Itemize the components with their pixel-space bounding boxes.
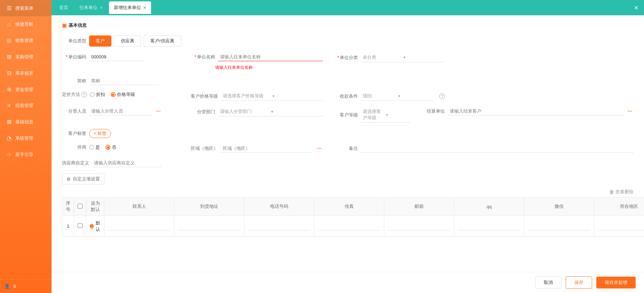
cell-qq bbox=[454, 216, 524, 237]
sidebar-item-inventory[interactable]: ⊟ 库存核算 bbox=[0, 65, 52, 81]
supplier-custom-input[interactable] bbox=[92, 159, 162, 167]
sidebar-item-quick-nav[interactable]: ⌂ 快捷导航 bbox=[0, 16, 52, 32]
region-label: 区域（地区） bbox=[191, 145, 218, 152]
window-close-button[interactable]: ✕ bbox=[631, 3, 641, 13]
tab-partners-close[interactable]: ✕ bbox=[100, 6, 103, 10]
custom-settings-icon: ⚙ bbox=[66, 177, 71, 182]
row-checkbox[interactable] bbox=[78, 223, 83, 228]
pricing-method-field: 定价方法 ? 折扣 价格等级 bbox=[62, 91, 180, 98]
payment-terms-label: 收款条件 bbox=[333, 93, 358, 99]
col-default: 设为默认 bbox=[86, 197, 104, 216]
customer-price-chevron: ▾ bbox=[273, 94, 321, 98]
cell-phone bbox=[244, 216, 314, 237]
region-input[interactable] bbox=[221, 144, 313, 153]
payment-terms-select[interactable]: 现结 ▾ bbox=[361, 91, 434, 101]
customer-price-level-select[interactable]: 请选择客户价格等级 ▾ bbox=[221, 91, 323, 101]
email-input[interactable] bbox=[388, 222, 450, 230]
wechat-input[interactable] bbox=[528, 222, 590, 230]
manager-more-btn[interactable]: ··· bbox=[155, 108, 162, 114]
short-name-label: 简称 bbox=[62, 78, 86, 84]
radio-no[interactable]: 否 bbox=[105, 144, 116, 150]
sidebar-item-operations[interactable]: ≡ 经营管理 bbox=[0, 98, 52, 114]
save-new-button[interactable]: 保存并新增 bbox=[596, 277, 636, 288]
batch-delete-label[interactable]: 批量删除 bbox=[615, 189, 634, 195]
type-btn-supplier[interactable]: 供应离 bbox=[114, 35, 141, 47]
settlement-more-btn[interactable]: ··· bbox=[626, 108, 634, 114]
inventory-icon: ⊟ bbox=[6, 70, 13, 76]
unit-category-select[interactable]: 未分类 ▾ bbox=[361, 53, 445, 62]
tab-new-partner-close[interactable]: ✕ bbox=[143, 6, 146, 10]
select-all-checkbox[interactable] bbox=[78, 204, 83, 209]
unit-name-label: *单位名称 bbox=[191, 54, 215, 60]
phone-input[interactable] bbox=[248, 222, 311, 230]
fax-input[interactable] bbox=[318, 222, 380, 230]
unit-type-button-group: 客户 供应离 客户/供应离 bbox=[89, 35, 181, 47]
tab-bar: 首页 往来单位 ✕ 新增往来单位 ✕ ✕ bbox=[52, 0, 644, 15]
cell-seq: 1 bbox=[62, 216, 74, 237]
unit-code-input[interactable] bbox=[89, 53, 145, 61]
add-tag-button[interactable]: + 标签 bbox=[89, 129, 111, 138]
settings-icon: ⚙ bbox=[13, 284, 17, 289]
tags-field: 客户标签 + 标签 bbox=[62, 129, 634, 138]
tab-new-partner[interactable]: 新增往来单位 ✕ bbox=[109, 1, 151, 14]
department-select[interactable]: 请输入分管部门 ▾ bbox=[218, 107, 323, 116]
settlement-field: 结算单位 ··· bbox=[421, 107, 634, 115]
region-more-btn[interactable]: ··· bbox=[316, 145, 323, 152]
unit-name-required: * bbox=[195, 54, 196, 59]
supplier-custom-row: 供应商自定义 bbox=[62, 159, 634, 167]
remark-label: 备注 bbox=[333, 145, 358, 152]
type-btn-both[interactable]: 客户/供应离 bbox=[144, 35, 181, 47]
remark-field: 备注 bbox=[333, 144, 634, 153]
default-radio-circle bbox=[90, 224, 94, 229]
default-radio[interactable]: 默认 bbox=[90, 220, 101, 233]
cell-default: 默认 bbox=[86, 216, 104, 237]
customer-level-select[interactable]: 请选择客户等级 ▾ bbox=[361, 107, 410, 123]
address-input[interactable] bbox=[178, 222, 241, 230]
sidebar-item-sales[interactable]: ◎ 销售管理 bbox=[0, 32, 52, 49]
quick-nav-icon: ⌂ bbox=[6, 21, 13, 27]
table-header: 序号 设为默认 联系人 到货地址 电话号码 传真 邮箱 qq 微信 所在地区 操… bbox=[62, 197, 644, 216]
trash-icon: 🗑 bbox=[609, 189, 614, 195]
unit-name-input[interactable] bbox=[218, 53, 323, 61]
col-fax: 传真 bbox=[314, 197, 384, 216]
row-region-input[interactable] bbox=[598, 222, 644, 230]
purchase-icon: ⊞ bbox=[6, 54, 13, 60]
payment-terms-help-icon[interactable]: ? bbox=[439, 93, 445, 99]
short-name-input[interactable] bbox=[89, 77, 159, 85]
cell-checkbox bbox=[74, 216, 86, 237]
sidebar-item-finance[interactable]: ⊕ 资金管理 bbox=[0, 81, 52, 98]
tab-partners[interactable]: 往来单位 ✕ bbox=[74, 1, 108, 14]
contact-input[interactable] bbox=[108, 222, 171, 230]
remark-input[interactable] bbox=[361, 144, 634, 153]
unit-type-row: 单位类型 客户 供应离 客户/供应离 bbox=[62, 35, 634, 47]
radio-price-level[interactable]: 价格等级 bbox=[111, 91, 135, 98]
manager-row: 分管人员 ··· 分管部门 请输入分管部门 ▾ 客户等级 请选择客户等级 ▾ bbox=[62, 107, 634, 123]
radio-discount-circle bbox=[90, 92, 95, 97]
unit-name-error: 请输入往来单位名称 bbox=[215, 65, 253, 71]
custom-settings-button[interactable]: ⚙ 自定义项设置 bbox=[62, 173, 104, 185]
sidebar-item-purchase[interactable]: ⊞ 采购管理 bbox=[0, 49, 52, 65]
sidebar-item-search-menu[interactable]: ☰ 搜索菜单 bbox=[0, 0, 52, 16]
tags-label: 客户标签 bbox=[62, 130, 86, 137]
qq-input[interactable] bbox=[458, 222, 520, 230]
unit-type-field: 单位类型 客户 供应离 客户/供应离 bbox=[62, 35, 634, 47]
sidebar-item-guide[interactable]: ⊹ 新手引导 bbox=[0, 146, 52, 163]
cancel-button[interactable]: 取消 bbox=[535, 276, 561, 289]
customer-price-level-field: 客户价格等级 请选择客户价格等级 ▾ bbox=[191, 91, 323, 101]
tab-home[interactable]: 首页 bbox=[54, 1, 73, 14]
radio-yes[interactable]: 是 bbox=[89, 144, 100, 150]
sidebar-item-system[interactable]: ◔ 系统管理 bbox=[0, 130, 52, 146]
region-field: 区域（地区） ··· bbox=[191, 144, 323, 153]
table-body: 1 默认 bbox=[62, 216, 644, 237]
pricing-help-icon[interactable]: ? bbox=[81, 92, 87, 97]
manager-label: 分管人员 bbox=[62, 108, 86, 114]
type-btn-customer[interactable]: 客户 bbox=[89, 35, 111, 47]
manager-input[interactable] bbox=[89, 107, 152, 115]
col-region: 所在地区 bbox=[594, 197, 644, 216]
radio-discount[interactable]: 折扣 bbox=[90, 91, 105, 98]
sidebar-item-basic-info[interactable]: ⊠ 基础信息 bbox=[0, 114, 52, 130]
settlement-input[interactable] bbox=[448, 107, 623, 115]
save-button[interactable]: 保存 bbox=[566, 276, 592, 289]
system-icon: ◔ bbox=[6, 135, 13, 141]
col-address: 到货地址 bbox=[174, 197, 244, 216]
